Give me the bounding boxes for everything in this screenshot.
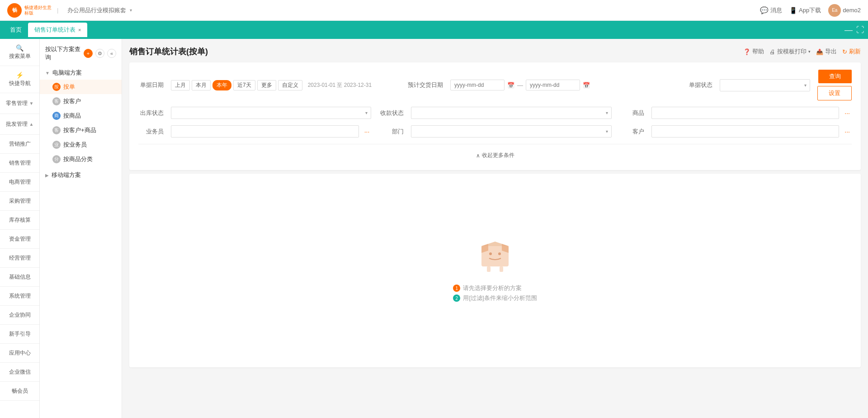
filter-section: 单据日期 上月 本月 本年 近7天 更多 自定义 2023-01-01 至 20… [129, 62, 861, 170]
sidebar-item-marketing[interactable]: 营销推广 [0, 135, 39, 154]
delivery-status-select[interactable] [171, 107, 371, 119]
settings-plan-button[interactable]: ⚙ [95, 49, 104, 58]
last7-button[interactable]: 近7天 [233, 80, 255, 90]
empty-tips: 1 请先选择要分析的方案 2 用[过滤]条件来缩小分析范围 [453, 282, 537, 304]
tab-close-icon[interactable]: × [78, 27, 81, 33]
mobile-plan-group: ▶ 移动端方案 [40, 168, 122, 182]
calendar-icon-to[interactable]: 📅 [583, 82, 590, 89]
help-button[interactable]: ❓ 帮助 [743, 48, 764, 56]
svg-rect-6 [487, 266, 491, 272]
filter-control-date: 上月 本月 本年 近7天 更多 自定义 2023-01-01 至 2023-12… [171, 80, 401, 90]
svg-point-5 [498, 252, 501, 255]
download-icon: 📱 [789, 7, 797, 14]
refresh-icon: ↻ [842, 48, 847, 55]
salesperson-input[interactable] [171, 125, 359, 138]
plan-item-by-salesperson[interactable]: 业 按业务员 [40, 138, 122, 152]
sidebar-item-purchase[interactable]: 采购管理 [0, 192, 39, 211]
expected-date-from[interactable] [450, 80, 505, 90]
refresh-button[interactable]: ↻ 刷新 [842, 48, 861, 56]
sidebar-item-sales[interactable]: 销售管理 [0, 154, 39, 173]
plan-item-by-product-category[interactable]: 分 按商品分类 [40, 152, 122, 166]
department-select[interactable] [411, 125, 611, 138]
salesperson-label: 业务员 [138, 128, 164, 136]
sidebar: 🔍 搜索菜单 ⚡ 快捷导航 零售管理 ▼ 批发管理 ▲ 营销推广 销售管理 电商… [0, 39, 40, 418]
product-input-wrapper: ··· [651, 107, 852, 119]
sidebar-item-basic[interactable]: 基础信息 [0, 268, 39, 287]
top-bar-left: 畅 畅捷通好生意 标版 | 办公用品行业模拟账套 ▾ [7, 3, 132, 18]
message-icon: 💬 [760, 6, 769, 14]
expected-date-to[interactable] [526, 80, 580, 90]
collapse-bar[interactable]: ∧ 收起更多条件 [138, 148, 852, 163]
sidebar-item-inventory[interactable]: 库存核算 [0, 211, 39, 230]
plan-item-by-order[interactable]: 按 按单 [40, 80, 122, 94]
more-button[interactable]: 更多 [257, 80, 276, 90]
filter-row-1: 单据日期 上月 本月 本年 近7天 更多 自定义 2023-01-01 至 20… [138, 70, 852, 100]
mobile-plan-group-header[interactable]: ▶ 移动端方案 [40, 168, 122, 182]
export-button[interactable]: 📤 导出 [816, 48, 837, 56]
retail-arrow-icon: ▼ [29, 101, 34, 106]
sidebar-item-guide[interactable]: 新手引导 [0, 325, 39, 344]
plan-item-by-customer[interactable]: 客 按客户 [40, 94, 122, 109]
sidebar-item-wechat[interactable]: 企业微信 [0, 363, 39, 382]
customer-input[interactable] [651, 125, 840, 138]
sidebar-item-ecommerce[interactable]: 电商管理 [0, 173, 39, 192]
plan-icon-by-product: 商 [52, 112, 61, 120]
delivery-status-select-wrapper: ▾ [171, 107, 371, 119]
sidebar-item-quick-nav[interactable]: ⚡ 快捷导航 [0, 66, 39, 93]
empty-state-container: 1 请先选择要分析的方案 2 用[过滤]条件来缩小分析范围 [129, 174, 861, 367]
collapse-panel-button[interactable]: « [107, 49, 116, 58]
sidebar-item-search-menu[interactable]: 🔍 搜索菜单 [0, 39, 39, 66]
this-year-button[interactable]: 本年 [212, 80, 231, 90]
sidebar-item-system[interactable]: 系统管理 [0, 287, 39, 306]
tab-minimize-icon[interactable]: — [844, 25, 853, 35]
plan-item-by-product[interactable]: 商 按商品 [40, 109, 122, 123]
tab-maximize-icon[interactable]: ⛶ [856, 25, 864, 35]
plan-item-by-customer-product[interactable]: 客 按客户+商品 [40, 123, 122, 138]
app-dropdown-arrow[interactable]: ▾ [130, 8, 132, 13]
tip-item-1: 1 请先选择要分析的方案 [453, 284, 537, 292]
message-button[interactable]: 💬 消息 [760, 6, 782, 14]
sidebar-item-member[interactable]: 畅会员 [0, 382, 39, 401]
print-dropdown-arrow-icon: ▾ [808, 49, 811, 54]
wholesale-arrow-icon: ▲ [29, 122, 34, 127]
logo-text-inner: 畅 [12, 7, 17, 14]
customer-dots-button[interactable]: ··· [843, 128, 852, 135]
print-button[interactable]: 🖨 按模板打印 ▾ [769, 48, 811, 56]
expected-date-group: 📅 — 📅 [450, 80, 680, 90]
last-month-button[interactable]: 上月 [171, 80, 190, 90]
doc-status-select[interactable] [720, 79, 810, 91]
sidebar-item-enterprise[interactable]: 企业协同 [0, 306, 39, 325]
tab-sales-order-stats[interactable]: 销售订单统计表 × [28, 23, 87, 37]
add-plan-button[interactable]: + [84, 49, 93, 58]
top-bar-right: 💬 消息 📱 App下载 Ea demo2 [760, 4, 861, 17]
left-panel-header: 按以下方案查询 + ⚙ « [40, 43, 122, 64]
tab-home[interactable]: 首页 [4, 23, 28, 37]
product-dots-button[interactable]: ··· [843, 109, 852, 117]
query-button[interactable]: 查询 [818, 70, 852, 83]
plan-icon-by-order: 按 [52, 83, 61, 91]
help-icon: ❓ [743, 48, 750, 55]
calendar-icon-from[interactable]: 📅 [507, 82, 514, 89]
salesperson-dots-button[interactable]: ··· [363, 128, 372, 135]
sidebar-item-apps[interactable]: 应用中心 [0, 344, 39, 363]
custom-button[interactable]: 自定义 [278, 80, 302, 90]
filter-buttons: 查询 设置 [817, 70, 852, 100]
plan-icon-by-customer-product: 客 [52, 126, 61, 134]
top-bar: 畅 畅捷通好生意 标版 | 办公用品行业模拟账套 ▾ 💬 消息 📱 App下载 … [0, 0, 868, 21]
logo-area[interactable]: 畅 畅捷通好生意 标版 [7, 3, 52, 18]
doc-status-label: 单据状态 [687, 81, 712, 89]
payment-status-select[interactable] [411, 107, 611, 119]
plan-icon-by-customer: 客 [52, 97, 61, 105]
sidebar-item-finance[interactable]: 资金管理 [0, 230, 39, 249]
product-input[interactable] [651, 107, 840, 119]
app-download-button[interactable]: 📱 App下载 [789, 6, 821, 14]
sidebar-item-retail[interactable]: 零售管理 ▼ [0, 93, 39, 114]
pc-group-arrow-icon: ▼ [45, 71, 50, 76]
sidebar-item-operation[interactable]: 经营管理 [0, 249, 39, 268]
sidebar-item-wholesale[interactable]: 批发管理 ▲ [0, 114, 39, 135]
pc-plan-group-header[interactable]: ▼ 电脑端方案 [40, 66, 122, 80]
user-menu[interactable]: Ea demo2 [828, 4, 861, 17]
setup-button[interactable]: 设置 [817, 86, 852, 100]
this-month-button[interactable]: 本月 [192, 80, 211, 90]
mobile-group-arrow-icon: ▶ [45, 173, 49, 178]
